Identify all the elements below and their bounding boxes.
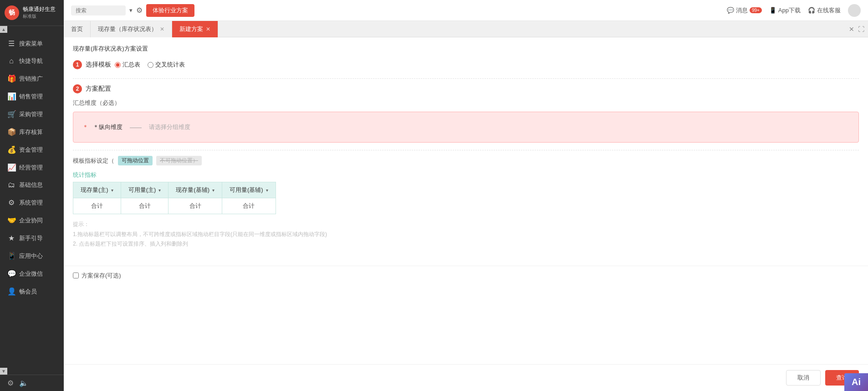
step2-header: 2 方案配置: [73, 84, 859, 93]
topbar-gear-icon[interactable]: ⚙: [136, 6, 143, 15]
tab-inventory-status-label: 现存量（库存状况表）: [98, 25, 157, 33]
sidebar-logo: 畅 畅康通好生意 标准版: [0, 0, 64, 26]
summary-dimension-label: 汇总维度（必选）: [73, 99, 859, 107]
app-download-btn[interactable]: 📱 App下载: [769, 6, 801, 15]
stats-label: 统计指标: [73, 171, 859, 179]
radio-summary-table-label: 汇总表: [123, 61, 140, 69]
sidebar-item-label: 企业微信: [19, 270, 43, 278]
step1-num: 1: [73, 60, 82, 69]
sidebar-item-label: 库存核算: [19, 128, 43, 136]
col-header-3[interactable]: 可用量(基辅) ▾: [222, 182, 276, 198]
dropdown-arrow-icon[interactable]: ▾: [129, 7, 133, 14]
cancel-button[interactable]: 取消: [786, 370, 821, 386]
tab-inventory-status-close-icon[interactable]: ✕: [160, 26, 164, 32]
divider-1: [73, 78, 859, 79]
stats-section: 统计指标 现存量(主) ▾: [73, 171, 859, 214]
sidebar-item-business-mgmt[interactable]: 📈 经营管理: [0, 159, 64, 176]
sidebar-item-enterprise-wechat[interactable]: 💬 企业微信: [0, 265, 64, 283]
col-3-label: 可用量(基辅): [230, 186, 263, 194]
ai-badge[interactable]: Ai: [844, 373, 868, 391]
sidebar-scroll-down[interactable]: ▼: [0, 368, 7, 375]
sidebar-item-label: 经营管理: [19, 164, 43, 172]
sound-icon[interactable]: 🔈: [19, 379, 28, 387]
money-icon: 💰: [7, 145, 15, 154]
sidebar-item-sales-mgmt[interactable]: 📊 销售管理: [0, 87, 64, 105]
sidebar-scroll-up[interactable]: ▲: [0, 26, 7, 33]
app-logo-icon: 畅: [5, 5, 19, 20]
sidebar-item-label: 快捷导航: [19, 57, 43, 65]
app-icon: 📱: [769, 7, 776, 14]
step2-title: 方案配置: [86, 85, 111, 93]
bottom-bar: 取消 查询: [64, 364, 868, 391]
message-btn[interactable]: 💬 消息 99+: [727, 6, 762, 15]
save-label[interactable]: 方案保存(可选): [82, 272, 121, 280]
save-row: 方案保存(可选): [64, 266, 868, 285]
col-1-chevron-icon[interactable]: ▾: [158, 188, 161, 193]
radio-summary-table[interactable]: 汇总表: [115, 61, 140, 69]
content-area: 现存量(库存状况表)方案设置 1 选择模板 汇总表 交叉统计表: [64, 37, 868, 364]
col-header-1[interactable]: 可用量(主) ▾: [121, 182, 168, 198]
window-close-icon[interactable]: ✕: [849, 26, 854, 33]
step1-title: 选择模板: [86, 61, 111, 69]
movable-badge: 可拖动位置: [118, 156, 153, 165]
sidebar-item-label: 基础信息: [19, 181, 43, 189]
settings-icon[interactable]: ⚙: [7, 379, 14, 387]
sidebar-item-label: 营销推广: [19, 75, 43, 83]
box-icon: 📦: [7, 128, 15, 136]
vertical-dimension-label: ＊纵向维度: [93, 123, 123, 131]
sidebar-item-label: 销售管理: [19, 93, 43, 101]
home-icon: ⌂: [7, 57, 15, 65]
sidebar-item-label: 搜索菜单: [19, 40, 43, 48]
tab-home-label: 首页: [71, 25, 83, 33]
step2-section: 2 方案配置 汇总维度（必选） ＊ ＊纵向维度 —— 请选择分组维度 模板指标设…: [73, 84, 859, 249]
sidebar-item-search-menu[interactable]: ☰ 搜索菜单: [0, 35, 64, 52]
page-title: 现存量(库存状况表)方案设置: [73, 45, 859, 53]
radio-cross-table-input[interactable]: [148, 62, 153, 68]
search-input[interactable]: [71, 5, 126, 15]
required-star: ＊: [82, 123, 88, 131]
fixed-badge: 不可拖动位置）: [156, 156, 202, 165]
phone-icon: 📱: [7, 252, 15, 260]
sidebar-item-finance[interactable]: 💰 资金管理: [0, 141, 64, 159]
topbar: ▾ ⚙ 体验行业方案 💬 消息 99+ 📱 App下载 🎧 在线客服: [64, 0, 868, 21]
gift-icon: 🎁: [7, 74, 15, 83]
sidebar-item-enterprise-agreement[interactable]: 🤝 企业协同: [0, 211, 64, 229]
col-0-chevron-icon[interactable]: ▾: [111, 188, 113, 193]
wechat-icon: 💬: [7, 269, 15, 278]
sidebar-item-basic-info[interactable]: 🗂 基础信息: [0, 176, 64, 194]
sidebar-item-label: 采购管理: [19, 110, 43, 118]
sidebar-item-member[interactable]: 👤 畅会员: [0, 283, 64, 300]
col-2-chevron-icon[interactable]: ▾: [212, 188, 214, 193]
col-header-0[interactable]: 现存量(主) ▾: [73, 182, 121, 198]
trial-btn[interactable]: 体验行业方案: [146, 4, 194, 17]
tabs-bar: 首页 现存量（库存状况表） ✕ 新建方案 ✕ ✕ ⛶: [64, 21, 868, 37]
table-row: 合计 合计 合计 合计: [73, 198, 276, 214]
col-3-chevron-icon[interactable]: ▾: [266, 188, 268, 193]
tip-2: 2. 点击标题栏下拉可设置排序、插入列和删除列: [73, 239, 859, 249]
gear-icon: ⚙: [7, 198, 15, 207]
tab-new-scheme-label: 新建方案: [179, 25, 203, 33]
sidebar-item-shortcut-nav[interactable]: ⌂ 快捷导航: [0, 52, 64, 70]
radio-cross-table[interactable]: 交叉统计表: [148, 61, 185, 69]
sidebar-item-inventory[interactable]: 📦 库存核算: [0, 123, 64, 141]
message-icon: 💬: [727, 7, 734, 14]
window-expand-icon[interactable]: ⛶: [858, 26, 864, 33]
radio-summary-table-input[interactable]: [115, 62, 121, 68]
save-checkbox[interactable]: [73, 273, 79, 278]
indicator-label: 模板指标设定（ 可拖动位置 不可拖动位置）: [73, 156, 859, 165]
sidebar-item-system-mgmt[interactable]: ⚙ 系统管理: [0, 194, 64, 211]
user-icon: 👤: [7, 287, 15, 296]
sidebar-item-app-center[interactable]: 📱 应用中心: [0, 247, 64, 265]
sidebar-item-new-guide[interactable]: ★ 新手引导: [0, 229, 64, 247]
service-btn[interactable]: 🎧 在线客服: [808, 6, 841, 15]
sidebar-item-purchase-mgmt[interactable]: 🛒 采购管理: [0, 105, 64, 123]
tab-new-scheme-close-icon[interactable]: ✕: [206, 26, 210, 32]
sidebar-item-marketing[interactable]: 🎁 营销推广: [0, 70, 64, 87]
col-header-2[interactable]: 现存量(基辅) ▾: [168, 182, 222, 198]
tab-inventory-status[interactable]: 现存量（库存状况表） ✕: [91, 21, 172, 37]
tab-home[interactable]: 首页: [64, 21, 91, 37]
col-0-label: 现存量(主): [81, 186, 108, 194]
tab-new-scheme[interactable]: 新建方案 ✕: [172, 21, 218, 37]
tips-section: 提示： 1.拖动标题栏可以调整布局，不可跨维度或指标区域拖动栏目字段(只能在同一…: [73, 220, 859, 249]
user-avatar[interactable]: [848, 4, 861, 17]
